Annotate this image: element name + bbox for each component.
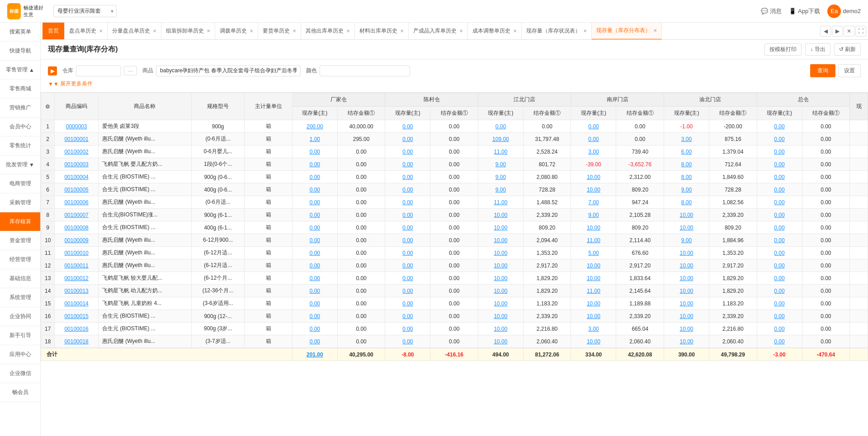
row-total-qty[interactable]: 0.00 [757,145,802,158]
goods-input[interactable] [156,66,301,76]
row-factory-qty[interactable]: 0.00 [292,221,337,234]
tab-transfer[interactable]: 调拨单历史 ✕ [215,23,258,40]
row-total-qty[interactable]: 0.00 [757,158,802,171]
sidebar-item-weixin[interactable]: 企业微信 [0,364,40,383]
row-na-qty[interactable]: 10.00 [571,183,616,196]
search-collapse-btn[interactable]: ▶ [48,66,57,75]
tab-close-icon-7[interactable]: ✕ [400,28,404,33]
row-total-qty[interactable]: 0.00 [757,196,802,209]
row-jb-qty[interactable]: 10.00 [478,221,523,234]
row-na-qty[interactable]: 10.00 [571,297,616,310]
row-jb-qty[interactable]: 11.00 [478,145,523,158]
row-factory-qty[interactable]: 0.00 [292,145,337,158]
sidebar-item-member-vip[interactable]: 畅会员 [0,383,40,402]
row-na-qty[interactable]: 11.00 [571,234,616,247]
tab-close-icon-3[interactable]: ✕ [207,28,210,33]
row-jb-qty[interactable]: 10.00 [478,209,523,221]
tab-close-icon-11[interactable]: ✕ [653,28,657,33]
row-jb-qty[interactable]: 9.00 [478,158,523,171]
query-button[interactable]: 查询 [810,64,835,77]
row-yb-qty[interactable]: 10.00 [664,247,709,259]
row-cc-qty[interactable]: 0.00 [385,145,430,158]
row-total-qty[interactable]: 0.00 [757,120,802,133]
row-cc-qty[interactable]: 0.00 [385,171,430,183]
row-yb-qty[interactable]: 10.00 [664,259,709,272]
color-input[interactable] [320,66,410,76]
row-jb-qty[interactable]: 9.00 [478,171,523,183]
row-na-qty[interactable]: 10.00 [571,272,616,285]
row-yb-qty[interactable]: 10.00 [664,272,709,285]
row-factory-qty[interactable]: 0.00 [292,335,337,348]
sidebar-item-collab[interactable]: 企业协同 [0,307,40,326]
tab-close-icon[interactable]: ✕ [99,28,103,33]
row-na-qty[interactable]: 10.00 [571,259,616,272]
messages-btn[interactable]: 💬 消息 [761,7,782,15]
sidebar-item-ecommerce[interactable]: 电商管理 [0,174,40,193]
row-jb-qty[interactable]: 11.00 [478,196,523,209]
row-factory-qty[interactable]: 1.00 [292,133,337,145]
row-yb-qty[interactable]: 10.00 [664,285,709,297]
row-factory-qty[interactable]: 0.00 [292,259,337,272]
row-jb-qty[interactable]: 10.00 [478,247,523,259]
export-button[interactable]: ↓ 导出 [805,43,830,56]
row-factory-qty[interactable]: 0.00 [292,234,337,247]
refresh-button[interactable]: ↺ 刷新 [834,43,861,56]
tab-close-icon-8[interactable]: ✕ [459,28,463,33]
row-factory-qty[interactable]: 0.00 [292,323,337,335]
row-factory-qty[interactable]: 0.00 [292,297,337,310]
tab-fullscreen-btn[interactable]: ⛶ [855,26,866,37]
tab-close-icon-9[interactable]: ✕ [513,28,517,33]
row-yb-qty[interactable]: 9.00 [664,183,709,196]
row-factory-qty[interactable]: 0.00 [292,272,337,285]
row-cc-qty[interactable]: 0.00 [385,183,430,196]
print-button[interactable]: 按模板打印 [764,43,802,56]
row-yb-qty[interactable]: 10.00 [664,335,709,348]
row-na-qty[interactable]: 5.00 [571,247,616,259]
row-cc-qty[interactable]: 0.00 [385,209,430,221]
tab-assemble[interactable]: 组装拆卸单历史 ✕ [161,23,215,40]
row-total-qty[interactable]: 0.00 [757,247,802,259]
sidebar-item-quick-nav[interactable]: 快捷导航 [0,42,40,61]
setting-button[interactable]: 设置 [838,64,861,77]
sidebar-item-inventory[interactable]: 库存核算 [0,212,40,231]
row-total-qty[interactable]: 0.00 [757,133,802,145]
row-jb-qty[interactable]: 109.00 [478,133,523,145]
tab-next-btn[interactable]: ▶ [832,26,843,37]
tab-order[interactable]: 要货单历史 ✕ [258,23,301,40]
row-jb-qty[interactable]: 9.00 [478,183,523,196]
row-jb-qty[interactable]: 10.00 [478,310,523,323]
warehouse-input[interactable] [76,66,121,76]
tab-inventory-check[interactable]: 盘点单历史 ✕ [65,23,108,40]
sidebar-item-retail-mgmt[interactable]: 零售管理 ▲ [0,61,40,80]
row-yb-qty[interactable]: 8.00 [664,171,709,183]
company-select[interactable]: 母婴行业演示陈套 ▾ [53,5,117,17]
row-na-qty[interactable]: 9.00 [571,209,616,221]
row-cc-qty[interactable]: 0.00 [385,234,430,247]
row-total-qty[interactable]: 0.00 [757,221,802,234]
sidebar-item-system[interactable]: 系统管理 [0,288,40,307]
row-total-qty[interactable]: 0.00 [757,259,802,272]
sidebar-item-retail-mall[interactable]: 零售商城 [0,80,40,98]
row-cc-qty[interactable]: 0.00 [385,259,430,272]
tab-home[interactable]: 首页 [42,23,65,40]
row-factory-qty[interactable]: 0.00 [292,158,337,171]
row-jb-qty[interactable]: 0.00 [478,120,523,133]
row-jb-qty[interactable]: 10.00 [478,272,523,285]
sidebar-item-retail-stats[interactable]: 零售统计 [0,136,40,155]
row-total-qty[interactable]: 0.00 [757,183,802,196]
row-na-qty[interactable]: 0.00 [571,120,616,133]
row-yb-qty[interactable]: 10.00 [664,297,709,310]
row-cc-qty[interactable]: 0.00 [385,285,430,297]
row-cc-qty[interactable]: 0.00 [385,247,430,259]
user-area[interactable]: Ea demo2 [827,5,861,18]
row-total-qty[interactable]: 0.00 [757,272,802,285]
row-cc-qty[interactable]: 0.00 [385,297,430,310]
sidebar-item-search[interactable]: 搜索英单 [0,23,40,42]
sidebar-item-purchase[interactable]: 采购管理 [0,193,40,212]
app-download-btn[interactable]: 📱 App下载 [789,7,820,15]
row-cc-qty[interactable]: 0.00 [385,158,430,171]
tab-other-out[interactable]: 其他出库单历史 ✕ [301,23,355,40]
row-yb-qty[interactable]: 8.00 [664,158,709,171]
row-yb-qty[interactable]: -1.00 [664,120,709,133]
tab-stock-dist[interactable]: 现存量（库存分布表）✕ [592,23,662,40]
